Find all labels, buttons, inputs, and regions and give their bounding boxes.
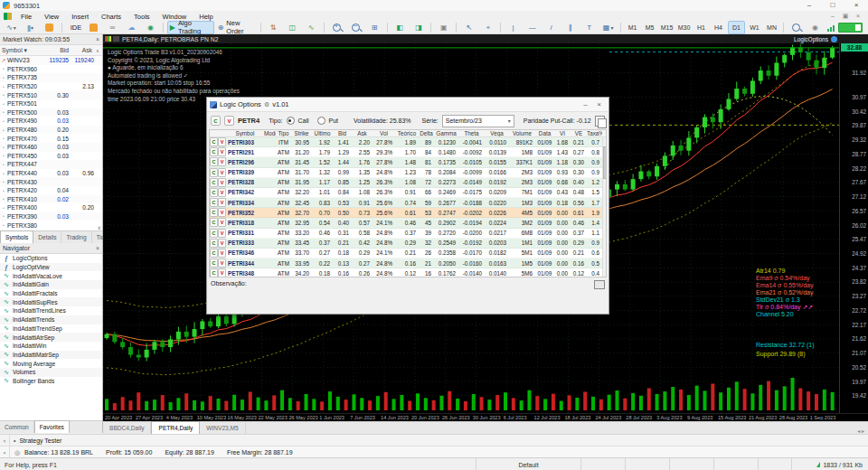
buy-call-button[interactable]: C bbox=[210, 137, 218, 146]
sell-put-button[interactable]: V bbox=[218, 137, 226, 146]
buy-call-button[interactable]: C bbox=[210, 188, 218, 197]
chart-restore-icon[interactable] bbox=[113, 36, 119, 42]
lock-button[interactable] bbox=[85, 22, 102, 33]
observation-area[interactable]: Observação: bbox=[207, 277, 609, 314]
market-watch-row[interactable]: •PETRX4800.20 bbox=[0, 126, 102, 135]
option-row[interactable]: CVPETRI318ATM32.950.540.400.5724.1%0.464… bbox=[210, 218, 602, 228]
navigator-item-indadattitrendsep[interactable]: ∿IndAdattiTrendSep bbox=[0, 324, 102, 334]
sell-put-button[interactable]: V bbox=[218, 268, 226, 277]
header-vi[interactable]: VI bbox=[554, 130, 571, 136]
market-watch-row[interactable]: •PETRX4200.04 bbox=[0, 186, 102, 195]
sell-put-button[interactable]: V bbox=[218, 218, 226, 227]
navigator-item-logicoptview[interactable]: ƒLogicOptView bbox=[0, 263, 102, 272]
channel-button[interactable]: ∥ bbox=[561, 22, 579, 33]
sell-put-button[interactable]: V bbox=[218, 208, 226, 217]
navigator-close-icon[interactable]: × bbox=[96, 245, 99, 251]
menu-item-view[interactable]: View bbox=[38, 13, 65, 21]
tab-symbols[interactable]: Symbols bbox=[0, 230, 33, 243]
header-symbol[interactable]: Symbol bbox=[226, 130, 264, 136]
navigator-item-indadattimatrsep[interactable]: ∿IndAdattiMatrSep bbox=[0, 351, 102, 360]
market-watch-row[interactable]: •PETRX960 bbox=[0, 65, 102, 74]
search-button[interactable] bbox=[788, 22, 805, 33]
navigator-item-logicoptions[interactable]: ƒLogicOptions bbox=[0, 254, 102, 263]
screenshot-button[interactable]: ▣ bbox=[435, 22, 452, 33]
buy-call-button[interactable]: C bbox=[210, 249, 218, 258]
market-watch-row[interactable]: •PETRX735 bbox=[0, 73, 102, 82]
profile-cell[interactable]: Default bbox=[476, 458, 580, 470]
header-bid[interactable]: Bid bbox=[333, 130, 352, 136]
market-watch-row[interactable]: ↗WINV23119235119240 bbox=[0, 56, 102, 65]
tick-chart-button[interactable]: ∿ bbox=[303, 22, 320, 33]
header-gamma[interactable]: Gamma bbox=[434, 130, 458, 136]
put-radio[interactable] bbox=[317, 117, 326, 125]
crosshair-button[interactable]: + bbox=[479, 22, 496, 33]
call-radio-label[interactable]: Call bbox=[298, 118, 309, 124]
buy-call-button[interactable]: C bbox=[210, 268, 218, 277]
depth-of-market-button[interactable]: ◫ bbox=[284, 22, 301, 33]
market-watch-row[interactable]: •PETRX447 bbox=[0, 160, 102, 169]
market-watch-row[interactable]: •PETRX501 bbox=[0, 99, 102, 108]
navigator-item-indadattisupres[interactable]: ∿IndAdattiSupRes bbox=[0, 297, 102, 306]
option-row[interactable]: CVPETRI342ATM32.201.010.841.0826.3%0.916… bbox=[210, 188, 602, 198]
market-watch-row[interactable]: •PETRX4000.20 bbox=[0, 203, 102, 212]
sell-put-button[interactable]: V bbox=[218, 168, 226, 177]
timeframe-m5[interactable]: M5 bbox=[642, 22, 657, 33]
new-order-button[interactable]: ⊕New Order bbox=[216, 22, 257, 33]
timeframe-m30[interactable]: M30 bbox=[676, 22, 692, 33]
child-restore-button[interactable]: ▣ bbox=[839, 13, 852, 20]
buy-call-button[interactable]: C bbox=[210, 258, 218, 268]
put-column-button[interactable]: V bbox=[224, 116, 234, 126]
navigator-item-indadattigain[interactable]: ∿IndAdattiGain bbox=[0, 280, 102, 289]
zoom-out-button[interactable]: − bbox=[347, 22, 364, 33]
scroll-up-icon[interactable]: ▲ bbox=[606, 137, 607, 145]
trendline-button[interactable]: / bbox=[542, 22, 560, 33]
sell-put-button[interactable]: V bbox=[218, 229, 226, 238]
scrollbar-thumb[interactable] bbox=[603, 146, 607, 179]
header-te-rico[interactable]: Teórico bbox=[395, 130, 419, 136]
navigator-item-indadattitrendlines[interactable]: ∿IndAdattiTrendLines bbox=[0, 306, 102, 315]
ide-button[interactable]: IDE bbox=[66, 22, 83, 33]
header-modo[interactable]: Modo bbox=[264, 130, 276, 136]
cloud-button[interactable]: ☁ bbox=[123, 22, 140, 33]
option-row[interactable]: CVPETRI331ATM33.200.460.310.5824.8%0.373… bbox=[210, 229, 602, 239]
option-row[interactable]: CVPETRI352ATM32.700.700.500.7325.6%0.615… bbox=[210, 208, 602, 218]
navigator-item-moving average[interactable]: ∿Moving Average bbox=[0, 359, 102, 368]
tab-trading[interactable]: Trading bbox=[61, 231, 91, 243]
community-button[interactable]: ◉ bbox=[142, 22, 159, 33]
market-watch-row[interactable]: •PETRX5100.30 bbox=[0, 90, 102, 99]
option-row[interactable]: CVPETRI328ATM31.951.170.851.2526.3%1.087… bbox=[210, 178, 602, 188]
buy-call-button[interactable]: C bbox=[210, 168, 218, 177]
maximize-button[interactable]: □ bbox=[821, 0, 844, 11]
sort-button[interactable]: ⇅ bbox=[265, 22, 282, 33]
scroll-down-icon[interactable]: ∨ bbox=[98, 224, 101, 230]
notes-icon[interactable] bbox=[594, 280, 605, 289]
put-radio-label[interactable]: Put bbox=[329, 118, 339, 124]
navigator-item-indadattiwin[interactable]: ∿IndAdattiWin bbox=[0, 342, 102, 351]
timeframe-h1[interactable]: H1 bbox=[693, 22, 709, 33]
timeframe-mn[interactable]: MN bbox=[764, 22, 779, 33]
buy-call-button[interactable]: C bbox=[210, 178, 218, 187]
buy-call-button[interactable]: C bbox=[210, 147, 218, 156]
link-charts-button[interactable]: ∞ bbox=[104, 22, 121, 33]
navigator-item-indadattiatrsep[interactable]: ∿IndAdattiAtrSep bbox=[0, 333, 102, 342]
text-button[interactable]: T bbox=[580, 22, 598, 33]
option-row[interactable]: CVPETRI346ATM33.700.270.180.2924.1%0.212… bbox=[210, 249, 602, 258]
chart-tab-winv23-m5[interactable]: WINV23,M5 bbox=[200, 422, 246, 434]
minimize-button[interactable]: – bbox=[797, 0, 821, 11]
navigator-item-indadattifractals[interactable]: ∿IndAdattiFractals bbox=[0, 289, 102, 298]
navigator-item-bollinger bands[interactable]: ∿Bollinger Bands bbox=[0, 377, 102, 386]
vertical-line-button[interactable]: | bbox=[505, 22, 522, 33]
dialog-minimize-button[interactable]: – bbox=[579, 100, 592, 108]
market-watch-row[interactable]: •PETRX430 bbox=[0, 177, 102, 186]
buy-call-button[interactable]: C bbox=[210, 239, 218, 248]
header-vol[interactable]: Vol bbox=[373, 130, 395, 136]
market-watch-row[interactable]: •PETRX4100.02 bbox=[0, 195, 102, 204]
copy-icon[interactable] bbox=[595, 116, 605, 127]
serie-select[interactable]: Setembro/23 ▾ bbox=[442, 115, 514, 127]
chart-line-button[interactable]: ∿▾ bbox=[3, 22, 20, 33]
navigator-item-indadattitrends[interactable]: ∿IndAdattiTrends bbox=[0, 315, 102, 324]
market-watch-row[interactable]: •PETRX4500.03 bbox=[0, 152, 102, 161]
sell-put-button[interactable]: V bbox=[218, 157, 226, 166]
option-row[interactable]: CVPETRI339ATM31.701.320.991.3524.8%1.237… bbox=[210, 168, 602, 178]
header-delta[interactable]: Delta bbox=[419, 130, 434, 136]
